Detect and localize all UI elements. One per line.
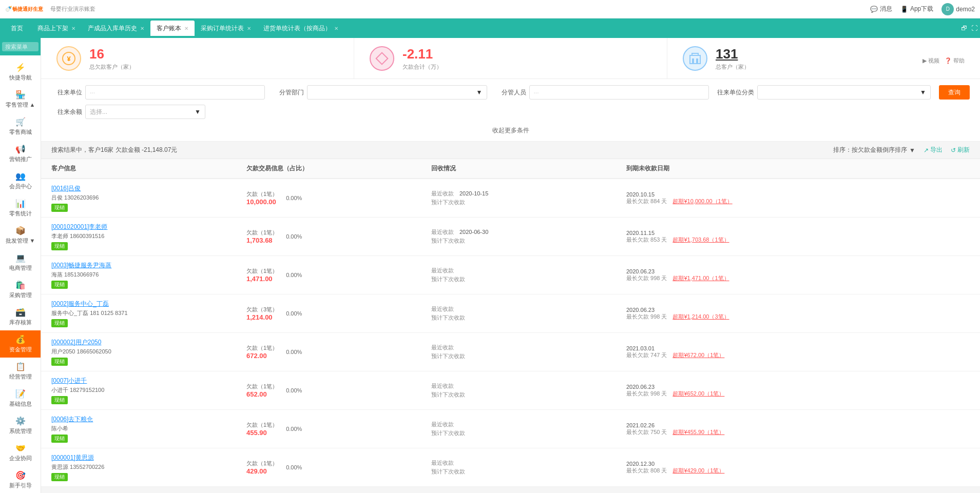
debt-info-cell: 欠款（1笔） 652.00 0.00% (246, 383, 431, 398)
sidebar-item-member[interactable]: 👥 会员中心 (0, 167, 41, 194)
tab-production[interactable]: 产成品入库单历史 ✕ (82, 21, 150, 36)
due-date-cell: 2020.10.15 最长欠款 884 天 超期¥10,000.00（1笔） (626, 191, 970, 205)
due-days: 最长欠款 747 天 超期¥672.00（1笔） (626, 351, 970, 359)
sort-dropdown[interactable]: 排序：按欠款金额倒序排序 ▼ (833, 146, 915, 154)
customer-name-link[interactable]: [0006]去下粮仓 (51, 415, 246, 424)
sidebar-item-operations[interactable]: 📋 经营管理 (0, 358, 41, 385)
overdue-link[interactable]: 超期¥429.00（1笔） (672, 467, 724, 474)
due-date: 2020.10.15 (626, 191, 970, 198)
stat-debt-customers: ¥ 16 总欠款客户（家） (41, 38, 354, 78)
dept-select[interactable]: ▼ (307, 85, 487, 100)
sidebar-item-batch[interactable]: 📦 批发管理 ▼ (0, 222, 41, 249)
recovery-label: 最近收款 (431, 305, 626, 313)
customer-info-cell: [0003]畅捷服务尹海蒸 海蒸 18513066976 现销 (51, 261, 246, 289)
sidebar-item-system[interactable]: ⚙️ 系统管理 (0, 412, 41, 439)
customer-name-link[interactable]: [000001]黄思源 (51, 453, 246, 462)
source-unit-input[interactable]: ... (85, 85, 265, 100)
brand-logo: 🍼 (5, 6, 12, 12)
export-button[interactable]: ↗ 导出 (924, 146, 943, 154)
main-content: ¥ 16 总欠款客户（家） -2.11 欠款合计（万） (41, 38, 980, 493)
dept-label: 分管部门 (273, 88, 304, 97)
tab-purchase-stats-close[interactable]: ✕ (334, 26, 338, 31)
tab-products[interactable]: 商品上下架 ✕ (31, 21, 82, 36)
recovery-cell: 最近收款 预计下次收款 (431, 382, 626, 399)
tab-purchase-order[interactable]: 采购订单统计表 ✕ (195, 21, 257, 36)
debt-info-cell: 欠款（1笔） 1,471.00 0.00% (246, 267, 431, 283)
tab-purchase-order-close[interactable]: ✕ (247, 26, 251, 31)
recovery-sub: 预计下次收款 (431, 352, 626, 360)
sidebar-item-retail-mall[interactable]: 🛒 零售商城 (0, 113, 41, 140)
customer-name-link[interactable]: [0001020001]李老师 (51, 223, 246, 231)
sidebar-item-basic[interactable]: 📝 基础信息 (0, 385, 41, 412)
sidebar-item-retail-stats[interactable]: 📊 零售统计 (0, 194, 41, 222)
stat-total-customers: 131 总客户（家） ▶ 视频 ❓ 帮助 (667, 38, 980, 78)
table-row: [000002]用户2050 用户2050 18665062050 现销 欠款（… (41, 333, 980, 371)
quick-nav-icon: ⚡ (15, 63, 26, 72)
sidebar-item-quick-nav[interactable]: ⚡ 快捷导航 (0, 58, 41, 86)
manager-input[interactable]: ... (529, 85, 709, 100)
overdue-link[interactable]: 超期¥672.00（1笔） (672, 352, 724, 358)
sidebar-label-batch: 批发管理 ▼ (6, 237, 35, 245)
customer-phone: 服务中心_丁磊 181 0125 8371 (51, 309, 246, 317)
overdue-link[interactable]: 超期¥10,000.00（1笔） (672, 198, 732, 204)
sidebar-item-marketing[interactable]: 📢 营销推广 (0, 140, 41, 167)
tab-customer[interactable]: 客户账本 ✕ (150, 21, 195, 36)
customer-name-link[interactable]: [0016]吕俊 (51, 184, 246, 193)
filter-row-2: 往来余额 选择... ▼ (51, 105, 970, 119)
app-download-btn[interactable]: 📱 App下载 (900, 5, 933, 13)
debt-count: 欠款（3笔） (246, 306, 278, 313)
customer-name-link[interactable]: [000002]用户2050 (51, 338, 246, 347)
debt-percent: 0.00% (286, 272, 302, 278)
sidebar-item-inventory[interactable]: 🗃️ 库存核算 (0, 303, 41, 330)
window-restore-icon[interactable]: 🗗 (961, 25, 967, 32)
help-btn[interactable]: ❓ 帮助 (945, 57, 965, 65)
tab-production-label: 产成品入库单历史 (88, 24, 137, 33)
stat-total-customers-label: 总客户（家） (716, 63, 750, 71)
sidebar-item-retail[interactable]: 🏪 零售管理 ▲ (0, 86, 41, 113)
filter-area: 往来单位 ... 分管部门 ▼ 分管人员 ... 往来单位分类 (41, 79, 980, 142)
table-row: [0001020001]李老师 李老师 18600391516 现销 欠款（1笔… (41, 218, 980, 256)
overdue-link[interactable]: 超期¥1,471.00（1笔） (672, 275, 729, 281)
overdue-link[interactable]: 超期¥1,214.00（3笔） (672, 313, 729, 320)
due-date: 2020.06.23 (626, 307, 970, 313)
stat-debt-amount-number: -2.11 (402, 46, 442, 62)
tab-customer-close[interactable]: ✕ (184, 26, 188, 31)
top-bar: 🍼 畅捷通好生意 母婴行业演示账套 💬 消息 📱 App下载 D demo2 (0, 0, 980, 18)
balance-label: 往来余额 (51, 108, 82, 116)
sidebar-item-purchase[interactable]: 🛍️ 采购管理 (0, 276, 41, 303)
message-btn[interactable]: 💬 消息 (870, 5, 892, 13)
tab-products-close[interactable]: ✕ (71, 26, 75, 31)
window-maximize-icon[interactable]: ⛶ (971, 25, 977, 32)
tab-production-close[interactable]: ✕ (140, 26, 144, 31)
tab-home[interactable]: 首页 (3, 21, 31, 36)
search-button[interactable]: 查询 (939, 85, 970, 100)
overdue-link[interactable]: 超期¥652.00（1笔） (672, 390, 724, 397)
collapse-more-btn[interactable]: 收起更多条件 (492, 127, 529, 134)
search-menu-input[interactable] (2, 42, 39, 51)
unit-class-select[interactable]: ▼ (757, 85, 931, 100)
finance-icon: 💰 (15, 334, 26, 344)
due-days: 最长欠款 750 天 超期¥455.90（1笔） (626, 428, 970, 436)
user-avatar[interactable]: D demo2 (941, 3, 975, 15)
video-btn[interactable]: ▶ 视频 (923, 57, 939, 65)
customer-info-cell: [0001020001]李老师 李老师 18600391516 现销 (51, 223, 246, 250)
sidebar-item-ecommerce[interactable]: 💻 电商管理 (0, 249, 41, 276)
customer-phone: 小进千 18279152100 (51, 386, 246, 394)
stat-debt-amount-icon (370, 46, 394, 71)
tab-purchase-stats[interactable]: 进货单统计表（按商品） ✕ (257, 21, 344, 36)
due-date-cell: 2021.03.01 最长欠款 747 天 超期¥672.00（1笔） (626, 345, 970, 359)
customer-name-link[interactable]: [0003]畅捷服务尹海蒸 (51, 261, 246, 270)
collapse-more-row: 收起更多条件 (51, 124, 970, 137)
customer-name-link[interactable]: [0007]小进千 (51, 377, 246, 385)
recovery-label: 最近收款 (431, 267, 626, 274)
sidebar-item-enterprise[interactable]: 🤝 企业协同 (0, 439, 41, 466)
sidebar-item-guide[interactable]: 🎯 新手引导 (0, 466, 41, 493)
overdue-link[interactable]: 超期¥1,703.68（1笔） (672, 236, 729, 243)
overdue-link[interactable]: 超期¥455.90（1笔） (672, 429, 724, 435)
refresh-button[interactable]: ↺ 刷新 (951, 146, 970, 154)
balance-select[interactable]: 选择... ▼ (85, 105, 205, 119)
sidebar-item-finance[interactable]: 💰 资金管理 (0, 330, 41, 358)
customer-name-link[interactable]: [0002]服务中心_丁磊 (51, 300, 246, 308)
guide-icon: 🎯 (15, 470, 26, 480)
retail-icon: 🏪 (15, 90, 26, 100)
